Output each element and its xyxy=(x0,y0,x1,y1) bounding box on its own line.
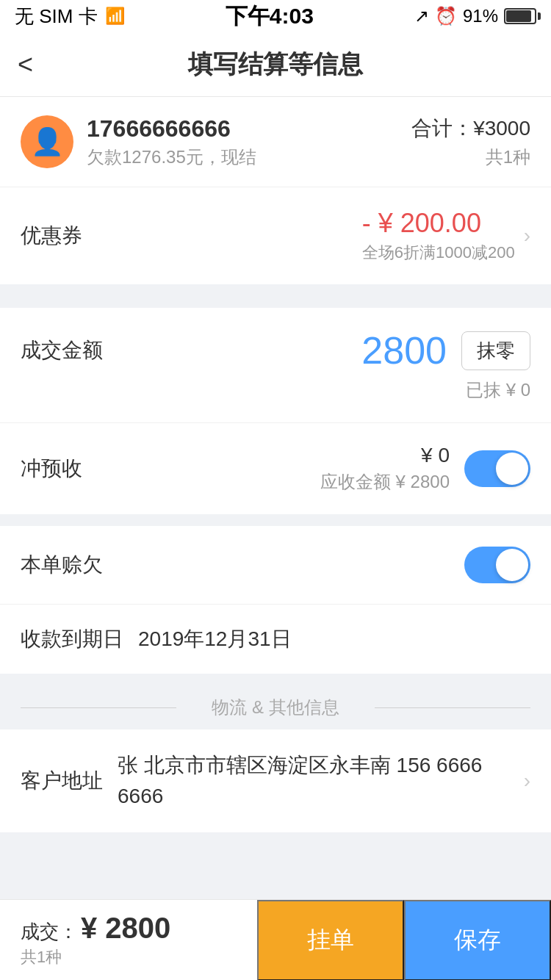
gray-gap-1 xyxy=(0,296,551,308)
coupon-label: 优惠券 xyxy=(21,222,82,250)
coupon-amount: - ¥ 200.00 xyxy=(362,208,515,239)
divider-line-left xyxy=(21,707,176,708)
coupon-row[interactable]: 优惠券 - ¥ 200.00 全场6折满1000减200 › xyxy=(0,187,551,284)
bottom-bar: 成交： ¥ 2800 共1种 挂单 保存 xyxy=(0,899,551,980)
duedate-row: 收款到期日 2019年12月31日 xyxy=(21,625,530,653)
duedate-label: 收款到期日 xyxy=(21,625,123,653)
amount-row: 成交金额 2800 抹零 xyxy=(21,328,530,372)
deal-label: 成交： xyxy=(21,919,78,945)
duedate-value: 2019年12月31日 xyxy=(138,625,292,653)
precharge-value: ¥ 0 xyxy=(320,444,450,467)
avatar-icon: 👤 xyxy=(31,126,64,157)
coupon-desc: 全场6折满1000减200 xyxy=(362,242,515,264)
amount-value: 2800 xyxy=(361,328,447,372)
address-section[interactable]: 客户地址 张 北京市市辖区海淀区永丰南 156 6666 6666 › xyxy=(0,729,551,832)
precharge-toggle[interactable] xyxy=(464,450,530,487)
page-title: 填写结算等信息 xyxy=(188,48,363,82)
precharge-amount: ¥ 0 应收金额 ¥ 2800 xyxy=(320,444,450,494)
precharge-right: ¥ 0 应收金额 ¥ 2800 xyxy=(320,444,530,494)
debt-section: 本单赊欠 xyxy=(0,526,551,604)
status-right: ↗ ⏰ 91% xyxy=(414,6,536,26)
divider-line-right xyxy=(375,707,530,708)
precharge-sub: 应收金额 ¥ 2800 xyxy=(320,470,450,494)
bottom-summary: 成交： ¥ 2800 共1种 xyxy=(0,912,257,968)
nav-bar: < 填写结算等信息 xyxy=(0,32,551,97)
coupon-right: - ¥ 200.00 全场6折满1000减200 › xyxy=(362,208,530,264)
avatar: 👤 xyxy=(21,115,73,168)
divider-text: 物流 & 其他信息 xyxy=(212,696,339,719)
deal-amount: ¥ 2800 xyxy=(81,912,170,945)
battery-icon xyxy=(504,8,536,24)
gray-gap-2 xyxy=(0,514,551,526)
hold-button[interactable]: 挂单 xyxy=(257,900,404,981)
order-count: 共1种 xyxy=(411,145,530,169)
address-value: 张 北京市市辖区海淀区永丰南 156 6666 6666 xyxy=(118,750,524,812)
customer-card: 👤 17666666666 欠款1276.35元，现结 合计：¥3000 共1种… xyxy=(0,97,551,284)
deal-row: 成交： ¥ 2800 xyxy=(21,912,237,945)
deal-count: 共1种 xyxy=(21,946,237,968)
customer-phone: 17666666666 xyxy=(87,115,256,143)
gray-gap-4 xyxy=(0,832,551,844)
debt-toggle[interactable] xyxy=(464,547,530,583)
status-left: 无 SIM 卡 📶 xyxy=(15,4,125,29)
no-sim-text: 无 SIM 卡 xyxy=(15,4,98,29)
status-bar: 无 SIM 卡 📶 下午4:03 ↗ ⏰ 91% xyxy=(0,0,551,32)
status-time: 下午4:03 xyxy=(226,1,314,32)
amount-section: 成交金额 2800 抹零 已抹 ¥ 0 xyxy=(0,308,551,422)
customer-row: 👤 17666666666 欠款1276.35元，现结 合计：¥3000 共1种 xyxy=(0,97,551,187)
wifi-icon: 📶 xyxy=(105,7,125,26)
debt-label: 本单赊欠 xyxy=(21,551,103,579)
amount-label: 成交金额 xyxy=(21,336,103,364)
coupon-info: - ¥ 200.00 全场6折满1000减200 xyxy=(362,208,515,264)
gray-gap-3 xyxy=(0,674,551,685)
alarm-icon: ⏰ xyxy=(435,6,457,26)
content-area: 👤 17666666666 欠款1276.35元，现结 合计：¥3000 共1种… xyxy=(0,97,551,980)
customer-right: 合计：¥3000 共1种 xyxy=(411,115,530,169)
toggle-knob xyxy=(496,453,528,485)
location-icon: ↗ xyxy=(414,6,429,26)
debt-toggle-knob xyxy=(496,549,528,581)
battery-percent: 91% xyxy=(463,6,498,26)
precharge-section: 冲预收 ¥ 0 应收金额 ¥ 2800 xyxy=(0,422,551,514)
customer-left: 👤 17666666666 欠款1276.35元，现结 xyxy=(21,115,256,169)
amount-sub: 已抹 ¥ 0 xyxy=(21,378,530,402)
order-total: 合计：¥3000 xyxy=(411,115,530,143)
precharge-label: 冲预收 xyxy=(21,455,82,483)
address-label: 客户地址 xyxy=(21,767,103,795)
save-button[interactable]: 保存 xyxy=(404,900,551,981)
amount-right: 2800 抹零 xyxy=(361,328,530,372)
round-button[interactable]: 抹零 xyxy=(461,331,530,370)
duedate-section: 收款到期日 2019年12月31日 xyxy=(0,604,551,674)
customer-info: 17666666666 欠款1276.35元，现结 xyxy=(87,115,256,169)
coupon-chevron: › xyxy=(524,224,530,248)
precharge-row: 冲预收 ¥ 0 应收金额 ¥ 2800 xyxy=(21,444,530,494)
address-chevron: › xyxy=(524,769,530,793)
divider-section: 物流 & 其他信息 xyxy=(0,685,551,729)
customer-debt: 欠款1276.35元，现结 xyxy=(87,145,256,169)
back-button[interactable]: < xyxy=(18,49,33,80)
